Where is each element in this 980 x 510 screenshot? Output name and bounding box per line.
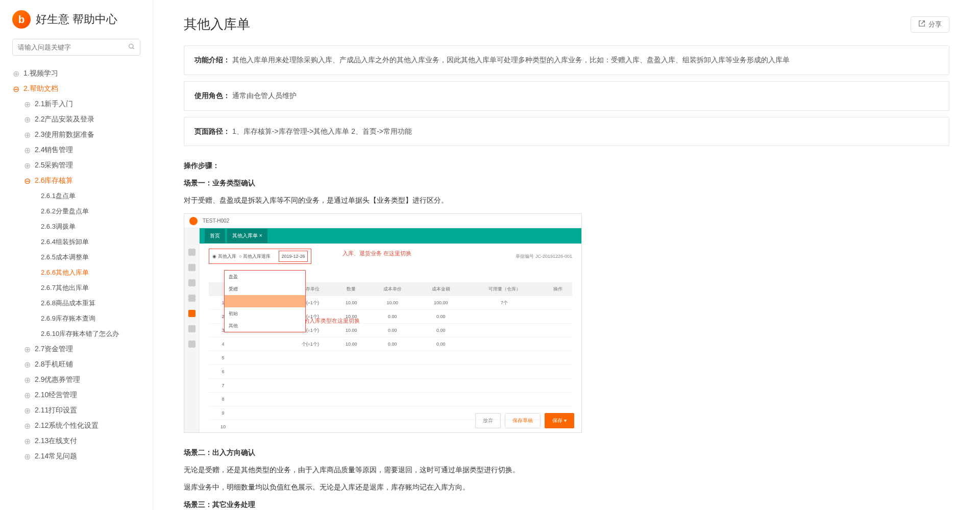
intro-text: 其他入库单用来处理除采购入库、产成品入库之外的其他入库业务，因此其他入库单可处理… <box>232 56 790 64</box>
logo-row: b 好生意 帮助中心 <box>12 10 140 29</box>
scene2-title: 场景二：出入方向确认 <box>184 445 949 459</box>
mock-tab: 首页 <box>205 229 225 243</box>
nav-item[interactable]: ⊕2.8手机旺铺 <box>12 357 140 372</box>
expand-icon: ⊕ <box>23 422 31 429</box>
mock-dropdown: 盘盈 受赠 初始 其他 <box>224 270 306 332</box>
nav-tree: ⊕1.视频学习 ⊖2.帮助文档 ⊕2.1新手入门 ⊕2.2产品安装及登录 ⊕2.… <box>12 66 140 464</box>
svg-point-0 <box>129 44 133 48</box>
expand-icon: ⊕ <box>23 438 31 445</box>
nav-item[interactable]: ⊕2.1新手入门 <box>12 96 140 112</box>
nav-subitem[interactable]: 2.6.9库存账本查询 <box>12 311 140 326</box>
nav-subitem[interactable]: 2.6.3调拨单 <box>12 219 140 234</box>
expand-icon: ⊕ <box>23 361 31 368</box>
expand-icon: ⊕ <box>23 376 31 383</box>
path-text: 1、库存核算->库存管理->其他入库单 2、首页->常用功能 <box>232 127 412 135</box>
mock-topbar: TEST-H002 <box>184 214 581 228</box>
expand-icon: ⊕ <box>23 147 31 154</box>
title-row: 其他入库单 分享 <box>184 15 949 33</box>
nav-subitem[interactable]: 2.6.2分量盘点单 <box>12 204 140 219</box>
nav-item[interactable]: ⊕2.10经营管理 <box>12 387 140 403</box>
nav-item[interactable]: ⊕2.2产品安装及登录 <box>12 112 140 127</box>
expand-icon: ⊕ <box>23 407 31 414</box>
nav-item[interactable]: ⊕2.4销售管理 <box>12 142 140 158</box>
mock-side-icon <box>188 279 195 286</box>
nav-item[interactable]: ⊕2.3使用前数据准备 <box>12 127 140 142</box>
main-content: 其他入库单 分享 功能介绍：其他入库单用来处理除采购入库、产成品入库之外的其他入… <box>153 0 980 510</box>
mock-side-icon <box>188 295 195 302</box>
share-icon <box>918 20 925 29</box>
mock-side-icon <box>188 341 195 348</box>
expand-icon: ⊕ <box>23 453 31 460</box>
share-button[interactable]: 分享 <box>911 16 949 33</box>
nav-subitem[interactable]: 2.6.7其他出库单 <box>12 280 140 296</box>
path-box: 页面路径：1、库存核算->库存管理->其他入库单 2、首页->常用功能 <box>184 117 949 147</box>
collapse-icon: ⊖ <box>23 177 31 184</box>
mock-tab: 其他入库单 × <box>227 229 267 243</box>
nav-subitem[interactable]: 2.6.1盘点单 <box>12 188 140 204</box>
nav-item-inventory[interactable]: ⊖2.6库存核算 <box>12 173 140 188</box>
nav-item[interactable]: ⊕2.14常见问题 <box>12 449 140 464</box>
nav-item[interactable]: ⊕2.12系统个性化设置 <box>12 418 140 433</box>
mock-sidebar <box>184 228 200 432</box>
nav-item[interactable]: ⊕2.13在线支付 <box>12 433 140 449</box>
expand-icon: ⊕ <box>23 346 31 353</box>
scene1-text: 对于受赠、盘盈或是拆装入库等不同的业务，是通过单据头【业务类型】进行区分。 <box>184 193 949 207</box>
mock-side-icon <box>188 325 195 332</box>
expand-icon: ⊕ <box>23 162 31 169</box>
path-label: 页面路径： <box>194 127 230 135</box>
content-body: 操作步骤： 场景一：业务类型确认 对于受赠、盘盈或是拆装入库等不同的业务，是通过… <box>184 158 949 510</box>
mock-footer: 放弃 保存草稿 保存 ▾ <box>475 413 574 428</box>
nav-subitem[interactable]: 2.6.5成本调整单 <box>12 250 140 265</box>
site-title: 好生意 帮助中心 <box>36 12 117 27</box>
nav-subitem-current[interactable]: 2.6.6其他入库单 <box>12 265 140 280</box>
intro-box: 功能介绍：其他入库单用来处理除采购入库、产成品入库之外的其他入库业务，因此其他入… <box>184 45 949 75</box>
role-label: 使用角色： <box>194 91 230 100</box>
mock-save-button: 保存 ▾ <box>545 413 574 428</box>
mock-draft-button: 保存草稿 <box>505 413 541 428</box>
nav-item[interactable]: ⊕2.7资金管理 <box>12 342 140 357</box>
mock-cancel-button: 放弃 <box>475 413 501 428</box>
logo-icon: b <box>12 10 31 29</box>
expand-icon: ⊕ <box>23 392 31 399</box>
nav-item-video[interactable]: ⊕1.视频学习 <box>12 66 140 81</box>
page-title: 其他入库单 <box>184 15 250 33</box>
mock-orderno: 单据编号 JC-20191226-001 <box>516 252 572 261</box>
expand-icon: ⊕ <box>23 116 31 123</box>
search-icon[interactable] <box>128 43 135 52</box>
scene3-title: 场景三：其它业务处理 <box>184 497 949 510</box>
mock-side-icon <box>188 249 195 256</box>
role-box: 使用角色：通常由仓管人员维护 <box>184 81 949 111</box>
mock-side-icon <box>188 264 195 271</box>
mock-side-icon-active <box>188 310 195 317</box>
svg-line-1 <box>133 47 134 49</box>
mock-testid: TEST-H002 <box>203 216 229 226</box>
expand-icon: ⊕ <box>12 70 19 77</box>
expand-icon: ⊕ <box>23 101 31 108</box>
sidebar: b 好生意 帮助中心 ⊕1.视频学习 ⊖2.帮助文档 ⊕2.1新手入门 ⊕2.2… <box>0 0 153 510</box>
mock-tabbar: 首页 其他入库单 × <box>200 228 581 244</box>
nav-item[interactable]: ⊕2.11打印设置 <box>12 403 140 418</box>
collapse-icon: ⊖ <box>12 85 19 92</box>
search-box <box>12 39 140 56</box>
search-input[interactable] <box>12 39 140 56</box>
scene1-title: 场景一：业务类型确认 <box>184 176 949 190</box>
role-text: 通常由仓管人员维护 <box>232 91 297 100</box>
nav-item-docs[interactable]: ⊖2.帮助文档 <box>12 81 140 96</box>
mock-logo-icon <box>189 217 198 225</box>
nav-subitem[interactable]: 2.6.10库存账本错了怎么办 <box>12 326 140 342</box>
nav-item[interactable]: ⊕2.9优惠券管理 <box>12 372 140 387</box>
scene2-text2: 退库业务中，明细数量均以负值红色展示。无论是入库还是退库，库存账均记在入库方向。 <box>184 480 949 494</box>
share-label: 分享 <box>928 20 942 29</box>
mock-radio-group: ◉ 其他入库 ○ 其他入库退库 2019-12-26 <box>209 249 311 264</box>
nav-subitem[interactable]: 2.6.4组装拆卸单 <box>12 234 140 250</box>
intro-label: 功能介绍： <box>194 56 230 64</box>
scene2-text1: 无论是受赠，还是其他类型的业务，由于入库商品质量等原因，需要退回，这时可通过单据… <box>184 463 949 477</box>
mock-body: ◉ 其他入库 ○ 其他入库退库 2019-12-26 单据编号 JC-20191… <box>200 244 581 432</box>
nav-subitem[interactable]: 2.6.8商品成本重算 <box>12 296 140 311</box>
nav-item[interactable]: ⊕2.5采购管理 <box>12 158 140 173</box>
steps-label: 操作步骤： <box>184 158 949 173</box>
embedded-screenshot: TEST-H002 首页 其他入库单 × <box>184 213 582 433</box>
mock-annotation-1: 入库、退货业务 在这里切换 <box>342 248 411 259</box>
expand-icon: ⊕ <box>23 131 31 138</box>
